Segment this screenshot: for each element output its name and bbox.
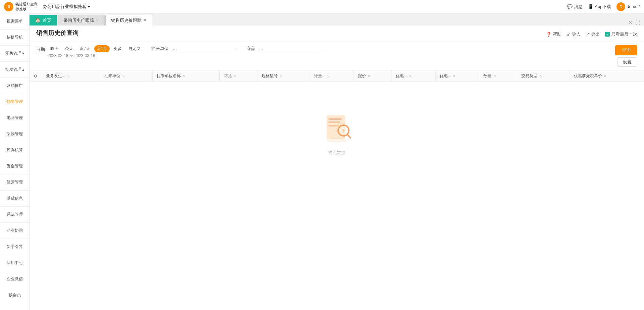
sort-icon: ⇅ xyxy=(182,74,185,78)
sort-icon: ⇅ xyxy=(453,74,455,78)
tab-purchase-history[interactable]: 采购历史价跟踪 ✕ xyxy=(58,15,105,25)
th-gear[interactable]: ⚙ xyxy=(30,70,42,82)
home-icon: 🏠 xyxy=(35,18,41,23)
logo-text: 畅捷通好生意 标准版 xyxy=(15,2,38,11)
sidebar-item-inventory[interactable]: 库存核算 xyxy=(0,142,29,158)
svg-rect-8 xyxy=(342,129,344,132)
sidebar-item-sales-mgmt[interactable]: 销售管理 xyxy=(0,94,29,110)
sidebar-item-marketing[interactable]: 营销推广 xyxy=(0,78,29,94)
import-btn[interactable]: ↙ 导入 xyxy=(567,31,581,37)
sort-icon: ⇅ xyxy=(279,74,282,78)
search-menu-label: 搜索菜单 xyxy=(7,18,23,24)
top-bar-right: 💬 消息 📱 App下载 D demo2 xyxy=(567,2,640,11)
sidebar-item-retail-mgmt[interactable]: 零售管理 ▾ xyxy=(0,46,29,62)
download-icon: 📱 xyxy=(588,4,593,9)
svg-point-9 xyxy=(343,132,344,133)
help-icon: ❓ xyxy=(546,32,551,37)
tab-sales-history[interactable]: 销售历史价跟踪 ✕ xyxy=(105,15,152,25)
svg-point-0 xyxy=(327,139,347,143)
query-button[interactable]: 查询 xyxy=(615,45,637,55)
sidebar-item-ecom-mgmt[interactable]: 电商管理 xyxy=(0,110,29,126)
svg-rect-3 xyxy=(328,121,340,123)
only-last-checkbox[interactable]: 只看最后一次 xyxy=(605,31,637,37)
sidebar: 搜索菜单 快捷导航 零售管理 ▾ 批发管理 ▴ 营销推广 销售管理 电商管理 采… xyxy=(0,13,30,310)
app-selector[interactable]: 办公用品行业模拟账套 ▾ xyxy=(40,4,93,10)
avatar: D xyxy=(616,2,625,11)
th-quote[interactable]: 报价 ⇅ xyxy=(354,70,391,82)
tab-bar: 🏠 首页 采购历史价跟踪 ✕ 销售历史价跟踪 ✕ ✕ ⛶ xyxy=(30,13,644,25)
th-discount1[interactable]: 优惠... ⇅ xyxy=(391,70,435,82)
app-download-btn[interactable]: 📱 App下载 xyxy=(588,4,611,10)
help-btn[interactable]: ❓ 帮助 xyxy=(546,31,561,37)
sidebar-item-enterprise[interactable]: 企业协同 xyxy=(0,223,29,239)
goods-label: 商品 xyxy=(247,46,255,52)
table-container: ⚙ 业务发生... ⇅ 往来单位 ⇅ 往来单位名称 ⇅ xyxy=(30,70,644,310)
date-tab-custom[interactable]: 自定义 xyxy=(126,45,143,52)
th-trade-type[interactable]: 交易类型 ⇅ xyxy=(517,70,570,82)
top-bar: 6 畅捷通好生意 标准版 办公用品行业模拟账套 ▾ 💬 消息 📱 App下载 D… xyxy=(0,0,644,13)
svg-rect-4 xyxy=(328,125,338,126)
data-table: ⚙ 业务发生... ⇅ 往来单位 ⇅ 往来单位名称 ⇅ xyxy=(30,70,644,183)
th-spec[interactable]: 规格型号 ⇅ xyxy=(257,70,310,82)
logo-area: 6 畅捷通好生意 标准版 xyxy=(4,2,38,11)
table-header-row: ⚙ 业务发生... ⇅ 往来单位 ⇅ 往来单位名称 ⇅ xyxy=(30,70,644,82)
sidebar-item-finance[interactable]: 资金管理 xyxy=(0,158,29,174)
sort-icon: ⇅ xyxy=(493,74,496,78)
quick-nav-label: 快捷导航 xyxy=(7,35,23,40)
import-icon: ↙ xyxy=(567,32,571,37)
date-tab-1month[interactable]: 近1月 xyxy=(94,45,110,52)
sidebar-item-quick-nav[interactable]: 快捷导航 xyxy=(0,30,29,46)
close-window-btn[interactable]: ✕ xyxy=(629,20,633,25)
th-qty[interactable]: 数量 ⇅ xyxy=(479,70,517,82)
th-discount2[interactable]: 优惠... ⇅ xyxy=(435,70,479,82)
tab-home[interactable]: 🏠 首页 xyxy=(30,15,57,25)
th-unit[interactable]: 计量... ⇅ xyxy=(310,70,354,82)
sidebar-item-wholesale-mgmt[interactable]: 批发管理 ▴ xyxy=(0,62,29,78)
sidebar-item-ops-mgmt[interactable]: 经营管理 xyxy=(0,174,29,191)
user-area[interactable]: D demo2 xyxy=(616,2,640,11)
export-icon: ↗ xyxy=(586,32,590,37)
setting-button[interactable]: 设置 xyxy=(617,57,637,67)
svg-rect-2 xyxy=(328,118,342,120)
th-biz-date[interactable]: 业务发生... ⇅ xyxy=(42,70,100,82)
content-area: 🏠 首页 采购历史价跟踪 ✕ 销售历史价跟踪 ✕ ✕ ⛶ 销售历史价查询 xyxy=(30,13,644,310)
sort-icon: ⇅ xyxy=(368,74,370,78)
sidebar-item-app-center[interactable]: 应用中心 xyxy=(0,255,29,271)
tab-close-sales[interactable]: ✕ xyxy=(144,18,147,22)
export-btn[interactable]: ↗ 导出 xyxy=(586,31,600,37)
date-tab-today[interactable]: 今天 xyxy=(62,45,76,52)
th-partner-name[interactable]: 往来单位名称 ⇅ xyxy=(153,70,220,82)
sidebar-item-sys-mgmt[interactable]: 系统管理 xyxy=(0,207,29,223)
partner-dots: ... xyxy=(234,46,238,51)
top-bar-left: 6 畅捷通好生意 标准版 办公用品行业模拟账套 ▾ xyxy=(4,2,93,11)
page-title: 销售历史价查询 xyxy=(36,29,546,37)
goods-input[interactable] xyxy=(258,45,318,52)
sidebar-item-enterprise-wx[interactable]: 企业微信 xyxy=(0,271,29,287)
svg-line-7 xyxy=(347,134,351,138)
sort-icon: ⇅ xyxy=(233,74,236,78)
chevron-icon: ▾ xyxy=(22,51,24,56)
sidebar-item-purchase-mgmt[interactable]: 采购管理 xyxy=(0,126,29,142)
th-pre-tax-price[interactable]: 优惠前无税单价 ⇅ xyxy=(570,70,644,82)
empty-state: 暂无数据 xyxy=(30,82,644,183)
sort-icon: ⇅ xyxy=(539,74,542,78)
th-partner-code[interactable]: 往来单位 ⇅ xyxy=(100,70,152,82)
date-range-display: 2023-02-18 至 2023-03-18 xyxy=(48,53,143,59)
date-tab-yesterday[interactable]: 昨天 xyxy=(48,45,61,52)
empty-text: 暂无数据 xyxy=(328,150,345,156)
sidebar-item-vip-member[interactable]: 畅会员 xyxy=(0,287,29,303)
th-goods[interactable]: 商品 ⇅ xyxy=(219,70,257,82)
sort-icon: ⇅ xyxy=(409,74,412,78)
date-tab-more[interactable]: 更多 xyxy=(111,45,124,52)
maximize-window-btn[interactable]: ⛶ xyxy=(635,20,640,25)
page-content: 销售历史价查询 ❓ 帮助 ↙ 导入 ↗ 导出 xyxy=(30,25,644,310)
date-tabs: 昨天 今天 近7天 近1月 更多 自定义 xyxy=(48,45,143,52)
message-btn[interactable]: 💬 消息 xyxy=(567,4,583,10)
sidebar-item-search-menu[interactable]: 搜索菜单 xyxy=(0,13,29,30)
partner-input[interactable] xyxy=(171,45,232,52)
sidebar-item-new-guide[interactable]: 新手引导 xyxy=(0,239,29,255)
sidebar-item-basic-info[interactable]: 基础信息 xyxy=(0,191,29,207)
date-tab-7days[interactable]: 近7天 xyxy=(77,45,93,52)
sort-icon: ⇅ xyxy=(122,74,125,78)
tab-close-purchase[interactable]: ✕ xyxy=(96,18,99,22)
